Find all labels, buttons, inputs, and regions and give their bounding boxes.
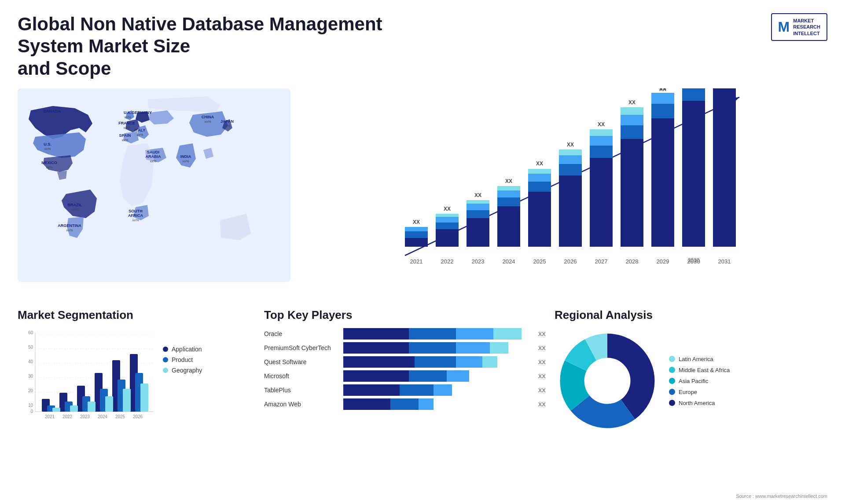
- svg-text:2031: 2031: [718, 258, 731, 265]
- svg-text:FRANCE: FRANCE: [118, 121, 135, 125]
- legend-label-middle-east: Middle East & Africa: [679, 367, 730, 373]
- regional-legend: Latin America Middle East & Africa Asia …: [669, 356, 730, 406]
- svg-rect-62: [559, 150, 582, 155]
- svg-text:XX: XX: [628, 99, 636, 106]
- svg-rect-49: [497, 206, 520, 247]
- svg-text:ARGENTINA: ARGENTINA: [58, 223, 81, 228]
- segmentation-title: Market Segmentation: [18, 308, 255, 322]
- player-row-microsoft: Microsoft XX: [264, 370, 546, 382]
- svg-text:U.K.: U.K.: [124, 110, 132, 115]
- legend-label-application: Application: [172, 346, 202, 353]
- svg-rect-71: [621, 115, 643, 125]
- svg-text:2021: 2021: [410, 258, 423, 265]
- svg-rect-52: [497, 186, 520, 190]
- svg-text:xx%: xx%: [124, 115, 131, 119]
- bottom-section: Market Segmentation 60 50 40 30 20 10 0: [0, 299, 845, 442]
- svg-text:U.S.: U.S.: [44, 142, 51, 146]
- legend-label-north-america: North America: [679, 400, 715, 406]
- bar-seg: [400, 384, 434, 396]
- main-content: CANADA xx% U.S. xx% MEXICO xx% BRAZIL xx…: [0, 88, 845, 299]
- svg-rect-66: [590, 136, 613, 146]
- svg-text:2023: 2023: [472, 258, 485, 265]
- svg-text:XX: XX: [505, 178, 512, 184]
- regional-title: Regional Analysis: [555, 308, 827, 322]
- svg-rect-131: [52, 408, 60, 412]
- svg-text:20: 20: [28, 388, 33, 393]
- legend-label-geography: Geography: [172, 367, 202, 374]
- svg-text:xx%: xx%: [44, 147, 51, 151]
- svg-text:2022: 2022: [441, 258, 454, 265]
- svg-rect-40: [436, 223, 459, 229]
- bar-seg: [409, 370, 446, 382]
- player-xx-tableplus: XX: [538, 387, 546, 394]
- svg-text:xx%: xx%: [224, 124, 230, 128]
- svg-rect-51: [497, 190, 520, 197]
- legend-application: Application: [163, 346, 202, 353]
- bar-seg: [343, 398, 390, 410]
- svg-rect-42: [436, 214, 459, 217]
- svg-text:BRAZIL: BRAZIL: [68, 203, 82, 207]
- logo-text: MARKET RESEARCH INTELLECT: [793, 18, 820, 37]
- svg-rect-76: [651, 93, 674, 104]
- svg-text:xx%: xx%: [132, 218, 139, 222]
- svg-rect-61: [559, 155, 582, 164]
- bar-seg: [482, 356, 497, 368]
- player-row-tableplus: TablePlus XX: [264, 384, 546, 396]
- svg-text:XX: XX: [567, 142, 574, 148]
- svg-text:2023: 2023: [80, 414, 90, 419]
- svg-text:2025: 2025: [533, 258, 546, 265]
- svg-text:2024: 2024: [98, 414, 108, 419]
- svg-text:XX: XX: [444, 206, 451, 212]
- svg-text:2029: 2029: [657, 258, 669, 265]
- svg-text:2026: 2026: [564, 258, 577, 265]
- world-map-svg: CANADA xx% U.S. xx% MEXICO xx% BRAZIL xx…: [18, 88, 290, 282]
- svg-text:ITALY: ITALY: [135, 128, 146, 132]
- bar-chart-svg: XX XX XX XX: [317, 88, 827, 278]
- svg-text:XX: XX: [598, 121, 605, 128]
- donut-chart: [555, 328, 660, 434]
- svg-rect-47: [467, 200, 489, 204]
- svg-rect-69: [621, 139, 643, 247]
- bar-seg: [490, 342, 509, 354]
- svg-text:xx%: xx%: [123, 126, 130, 130]
- bar-seg: [456, 342, 490, 354]
- legend-asia-pacific: Asia Pacific: [669, 378, 730, 384]
- segmentation-section: Market Segmentation 60 50 40 30 20 10 0: [18, 308, 255, 434]
- svg-text:xx%: xx%: [182, 159, 189, 163]
- bar-chart-section: XX XX XX XX: [299, 88, 827, 299]
- world-map-section: CANADA xx% U.S. xx% MEXICO xx% BRAZIL xx…: [18, 88, 299, 299]
- svg-rect-132: [70, 405, 78, 412]
- players-list: Oracle XX PremiumSoft CyberTech: [264, 328, 546, 410]
- player-row-oracle: Oracle XX: [264, 328, 546, 340]
- map-container: CANADA xx% U.S. xx% MEXICO xx% BRAZIL xx…: [18, 88, 290, 282]
- svg-rect-134: [105, 396, 113, 412]
- player-xx-microsoft: XX: [538, 373, 546, 380]
- svg-text:XX: XX: [474, 192, 481, 198]
- svg-text:10: 10: [28, 403, 33, 408]
- player-bar-microsoft: [343, 370, 531, 382]
- player-name-oracle: Oracle: [264, 330, 339, 337]
- player-xx-quest: XX: [538, 359, 546, 365]
- bar-seg: [493, 328, 522, 340]
- svg-rect-75: [651, 104, 674, 118]
- player-row-quest: Quest Software XX: [264, 356, 546, 368]
- svg-text:30: 30: [28, 374, 33, 379]
- seg-legend: Application Product Geography: [163, 346, 202, 374]
- player-bar-oracle: [343, 328, 531, 340]
- svg-rect-74: [651, 118, 674, 247]
- svg-rect-136: [140, 383, 148, 412]
- legend-latin-america: Latin America: [669, 356, 730, 362]
- svg-text:XX: XX: [659, 88, 666, 91]
- legend-dot-asia-pacific: [669, 378, 675, 384]
- player-name-premiumsoft: PremiumSoft CyberTech: [264, 344, 339, 351]
- seg-chart-area: 60 50 40 30 20 10 0 2021 2022 2023: [18, 328, 255, 429]
- player-name-amazon: Amazon Web: [264, 401, 339, 408]
- player-row-premiumsoft: PremiumSoft CyberTech XX: [264, 342, 546, 354]
- svg-rect-70: [621, 125, 643, 139]
- svg-rect-78: [682, 101, 705, 247]
- legend-label-product: Product: [172, 356, 193, 363]
- legend-middle-east: Middle East & Africa: [669, 367, 730, 373]
- player-bar-quest: [343, 356, 531, 368]
- svg-rect-72: [621, 107, 643, 115]
- svg-point-142: [585, 359, 629, 403]
